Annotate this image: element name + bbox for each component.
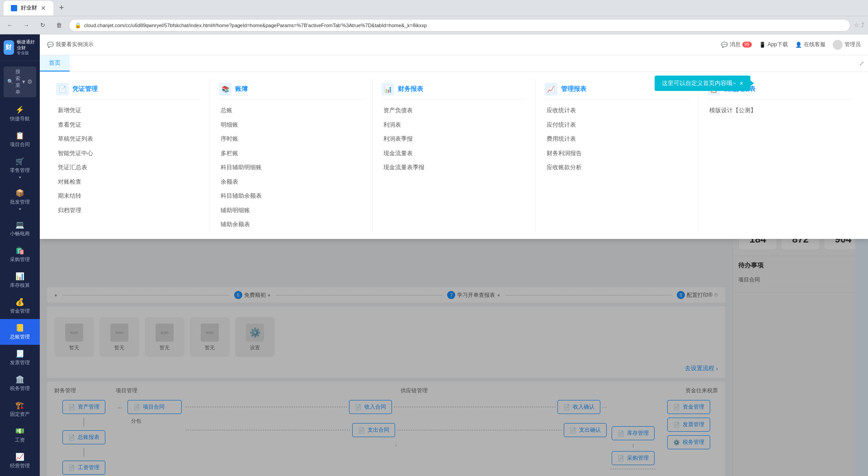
app-download-btn[interactable]: 📱 App下载 <box>759 41 788 48</box>
menu-item-aux-detail[interactable]: 辅助明细账 <box>219 203 363 218</box>
inventory-icon: 📊 <box>15 272 24 281</box>
forward-button[interactable]: → <box>20 19 33 32</box>
main-content: 💬 我要看实例演示 💬 消息 99 📱 App下载 👤 在线客服 <box>40 34 868 476</box>
wholesale-arrow-icon: ▾ <box>19 207 21 211</box>
menu-item-profit-loss[interactable]: 利润表 <box>382 118 526 132</box>
quick-nav-label: 快捷导航 <box>10 115 30 122</box>
ledger-icon: 📒 <box>15 324 24 332</box>
menu-item-subject-detail[interactable]: 科目辅助明细账 <box>219 160 363 175</box>
menu-item-detail-account[interactable]: 明细账 <box>219 118 363 132</box>
retail-icon: 🛒 <box>15 157 24 166</box>
sidebar-menu-item-payroll[interactable]: 💵 工资 <box>0 422 40 448</box>
menu-item-period-close[interactable]: 期末结转 <box>56 189 200 203</box>
menu-item-smart-center[interactable]: 智能凭证中心 <box>56 146 200 161</box>
expand-icon[interactable]: ⤢ <box>859 60 864 67</box>
sidebar-menu-item-project[interactable]: 📋 项目合同 <box>0 127 40 152</box>
notification-count: 99 <box>742 42 752 48</box>
delete-button[interactable]: 🗑 <box>52 19 65 32</box>
sidebar-settings-icon[interactable]: ⚙ <box>27 78 33 85</box>
menu-item-view-voucher[interactable]: 查看凭证 <box>56 118 200 132</box>
sidebar-menu-item-fixed-assets[interactable]: 🏗️ 固定资产 <box>0 396 40 422</box>
refresh-button[interactable]: ↻ <box>36 19 49 32</box>
purchase-label: 采购管理 <box>10 256 30 263</box>
invoice-icon: 🧾 <box>15 349 24 358</box>
sidebar-menu-item-ecommerce[interactable]: 💻 小畅电商 <box>0 216 40 242</box>
sidebar: 财 畅捷通好业财 专业版 🔍 搜索菜单 ▾ ⚙ ⚡ 快捷导航 📋 项目合同 🛒 <box>0 34 40 476</box>
tax-label: 税务管理 <box>10 385 30 392</box>
url-text: cloud.chanjet.com/cc/u6d89qwnryel/57bfsk… <box>84 23 844 28</box>
menu-item-payable-stats[interactable]: 应付统计表 <box>545 118 689 132</box>
user-btn[interactable]: 管理员 <box>833 40 861 50</box>
menu-item-general-ledger[interactable]: 总账 <box>219 103 363 118</box>
app-download-label: App下载 <box>768 41 788 48</box>
tab-home[interactable]: 首页 <box>40 55 70 71</box>
sidebar-menu-item-retail[interactable]: 🛒 零售管理 ▾ <box>0 152 40 184</box>
demo-label: 我要看实例演示 <box>56 41 94 48</box>
fin-reports-icon: 📊 <box>382 83 394 95</box>
share-icon[interactable]: ⤴ <box>861 22 864 29</box>
sidebar-search-area: 🔍 搜索菜单 ▾ ⚙ <box>0 63 40 101</box>
menu-item-aux-balance[interactable]: 辅助余额表 <box>219 217 363 232</box>
menu-section-custom-reports: 📋 自定义报表 模版设计【公测】 <box>698 79 861 232</box>
menu-item-cashflow[interactable]: 现金流量表 <box>382 146 526 161</box>
menu-item-summary[interactable]: 凭证汇总表 <box>56 160 200 175</box>
notification-btn[interactable]: 💬 消息 99 <box>721 41 752 48</box>
menu-item-archive[interactable]: 归档管理 <box>56 203 200 218</box>
ledger-header: 📚 账簿 <box>219 79 363 100</box>
live-demo-button[interactable]: 💬 我要看实例演示 <box>47 41 94 48</box>
address-bar: ← → ↻ 🗑 🔒 cloud.chanjet.com/cc/u6d89qwnr… <box>0 16 868 34</box>
sidebar-menu-item-purchase[interactable]: 🛍️ 采购管理 <box>0 242 40 267</box>
menu-item-add-voucher[interactable]: 新增凭证 <box>56 103 200 118</box>
sidebar-menu-item-wholesale[interactable]: 📦 批发管理 ▾ <box>0 184 40 216</box>
sidebar-menu-item-operations[interactable]: 📈 经营管理 <box>0 448 40 474</box>
tab-bar: 好业财 ✕ + <box>4 1 68 15</box>
bookmark-icon[interactable]: ☆ <box>854 22 859 29</box>
payroll-label: 工资 <box>15 437 25 443</box>
menu-item-multi-col[interactable]: 多栏账 <box>219 146 363 161</box>
online-service-btn[interactable]: 👤 在线客服 <box>795 41 826 48</box>
menu-item-profit-quarterly[interactable]: 利润表季报 <box>382 132 526 146</box>
sidebar-menu-item-inventory[interactable]: 📊 库存核算 <box>0 267 40 293</box>
download-icon: 📱 <box>759 42 766 48</box>
content-area: 📄 凭证管理 新增凭证 查看凭证 草稿凭证列表 智能凭证中心 凭证汇总表 对账检… <box>40 72 868 476</box>
url-bar[interactable]: 🔒 cloud.chanjet.com/cc/u6d89qwnryel/57bf… <box>69 19 850 32</box>
menu-item-subject-balance[interactable]: 科目辅助余额表 <box>219 189 363 203</box>
ledger-label: 总账管理 <box>10 333 30 340</box>
voucher-title: 凭证管理 <box>72 85 98 93</box>
sidebar-search-dropdown-icon[interactable]: ▾ <box>22 78 25 85</box>
menu-item-balance-sheet[interactable]: 资产负债表 <box>382 103 526 118</box>
operations-label: 经营管理 <box>10 462 30 469</box>
menu-section-ledger: 📚 账簿 总账 明细账 序时账 多栏账 科目辅助明细账 余额表 科目辅助余额表 … <box>210 79 373 232</box>
menu-item-reconcile[interactable]: 对账检查 <box>56 175 200 189</box>
menu-item-fin-profit-report[interactable]: 财务利润报告 <box>545 146 689 161</box>
menu-item-draft-list[interactable]: 草稿凭证列表 <box>56 132 200 146</box>
back-button[interactable]: ← <box>4 19 16 32</box>
sidebar-menu-item-quick-nav[interactable]: ⚡ 快捷导航 <box>0 101 40 127</box>
user-name: 管理员 <box>844 41 861 48</box>
menu-item-template-design[interactable]: 模版设计【公测】 <box>708 103 852 118</box>
sidebar-menu-item-invoice[interactable]: 🧾 发票管理 <box>0 345 40 371</box>
menu-item-balance[interactable]: 余额表 <box>219 175 363 189</box>
tab-close-btn[interactable]: ✕ <box>41 5 46 12</box>
sidebar-menu-item-marketing[interactable]: 📣 小畅营销 <box>0 474 40 476</box>
sidebar-menu-item-tax[interactable]: 🏛️ 税务管理 <box>0 371 40 396</box>
new-tab-button[interactable]: + <box>55 2 68 14</box>
invoice-label: 发票管理 <box>10 359 30 366</box>
sidebar-logo: 财 畅捷通好业财 专业版 <box>0 34 40 61</box>
tab-home-label: 首页 <box>49 59 61 66</box>
menu-item-cashflow-quarterly[interactable]: 现金流量表季报 <box>382 160 526 175</box>
menu-item-receivable-stats[interactable]: 应收统计表 <box>545 103 689 118</box>
browser-tab[interactable]: 好业财 ✕ <box>4 1 53 15</box>
tooltip-close-btn[interactable]: × <box>740 80 743 87</box>
menu-item-sequential[interactable]: 序时账 <box>219 132 363 146</box>
project-icon: 📋 <box>15 131 24 140</box>
sidebar-search-icon: 🔍 <box>7 79 14 85</box>
user-avatar <box>833 40 843 50</box>
sidebar-menu-item-finance[interactable]: 💰 资金管理 <box>0 293 40 319</box>
menu-item-receivable-analysis[interactable]: 应收账款分析 <box>545 160 689 175</box>
sidebar-menu-item-ledger[interactable]: 📒 总账管理 <box>0 319 40 345</box>
menu-item-expense-stats[interactable]: 费用统计表 <box>545 132 689 146</box>
menu-section-mgmt-reports: 📈 管理报表 应收统计表 应付统计表 费用统计表 财务利润报告 应收账款分析 <box>536 79 698 232</box>
menu-section-voucher: 📄 凭证管理 新增凭证 查看凭证 草稿凭证列表 智能凭证中心 凭证汇总表 对账检… <box>47 79 210 232</box>
top-actions: 💬 消息 99 📱 App下载 👤 在线客服 管理员 <box>721 40 861 50</box>
